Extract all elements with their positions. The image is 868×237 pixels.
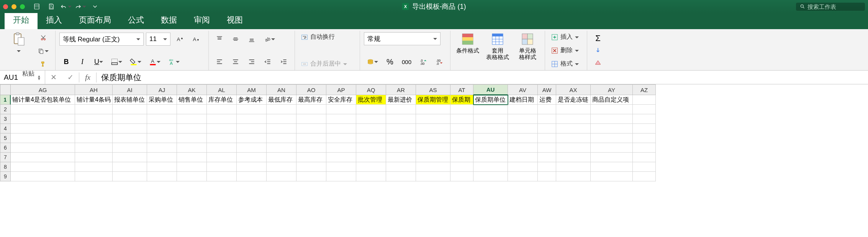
- format-cells-button[interactable]: 格式: [549, 59, 583, 69]
- cell-AR2[interactable]: [386, 105, 416, 114]
- cell-AR6[interactable]: [386, 143, 416, 153]
- align-left-button[interactable]: [213, 55, 226, 69]
- cell-AZ2[interactable]: [633, 105, 656, 114]
- cell-AW1[interactable]: 运费: [538, 95, 556, 105]
- cell-AJ1[interactable]: 采购单位: [147, 95, 177, 105]
- cell-AG1[interactable]: 辅计量4是否包装单位: [11, 95, 75, 105]
- cell-AV2[interactable]: [508, 105, 538, 114]
- name-box-stepper[interactable]: ▲▼: [37, 75, 41, 80]
- cell-AU1[interactable]: 保质期单位: [473, 95, 508, 105]
- cell-AG5[interactable]: [11, 133, 75, 143]
- align-middle-button[interactable]: [229, 32, 242, 46]
- align-right-button[interactable]: [245, 55, 259, 69]
- cell-AJ8[interactable]: [147, 162, 177, 172]
- sheet-search-input[interactable]: [807, 3, 861, 10]
- font-size-dropdown[interactable]: 11: [146, 33, 170, 46]
- cell-AS3[interactable]: [416, 114, 450, 124]
- cell-AX4[interactable]: [556, 124, 591, 133]
- cell-AT4[interactable]: [450, 124, 473, 133]
- cell-AX7[interactable]: [556, 153, 591, 162]
- cell-AX5[interactable]: [556, 133, 591, 143]
- cell-AL5[interactable]: [207, 133, 237, 143]
- cell-AS9[interactable]: [416, 172, 450, 181]
- select-all-corner[interactable]: [0, 84, 11, 95]
- cell-AZ5[interactable]: [633, 133, 656, 143]
- cell-styles-button[interactable]: 单元格 格样式: [514, 32, 541, 60]
- column-header-AK[interactable]: AK: [177, 84, 207, 95]
- increase-font-button[interactable]: A▲: [173, 32, 187, 46]
- column-header-AS[interactable]: AS: [416, 84, 450, 95]
- cell-AY3[interactable]: [591, 114, 633, 124]
- cell-AV7[interactable]: [508, 153, 538, 162]
- cell-AN3[interactable]: [267, 114, 296, 124]
- cell-AP5[interactable]: [326, 133, 356, 143]
- cell-AO1[interactable]: 最高库存: [296, 95, 326, 105]
- row-header-1[interactable]: 1: [0, 95, 11, 105]
- cell-AP3[interactable]: [326, 114, 356, 124]
- cell-AS4[interactable]: [416, 124, 450, 133]
- cell-AV1[interactable]: 建档日期: [508, 95, 538, 105]
- cell-AG3[interactable]: [11, 114, 75, 124]
- cell-AK9[interactable]: [177, 172, 207, 181]
- cell-AN5[interactable]: [267, 133, 296, 143]
- column-header-AQ[interactable]: AQ: [356, 84, 386, 95]
- cell-AT1[interactable]: 保质期: [450, 95, 473, 105]
- cell-AP2[interactable]: [326, 105, 356, 114]
- cell-AR4[interactable]: [386, 124, 416, 133]
- cell-AR7[interactable]: [386, 153, 416, 162]
- cell-AQ7[interactable]: [356, 153, 386, 162]
- decrease-decimal-button[interactable]: .00.0: [432, 55, 446, 69]
- cell-AJ9[interactable]: [147, 172, 177, 181]
- cell-AV9[interactable]: [508, 172, 538, 181]
- cell-AI9[interactable]: [113, 172, 147, 181]
- cell-AM6[interactable]: [237, 143, 267, 153]
- sheet-search[interactable]: [796, 3, 865, 11]
- cell-AT5[interactable]: [450, 133, 473, 143]
- orientation-button[interactable]: ab: [261, 32, 278, 46]
- cell-AR1[interactable]: 最新进价: [386, 95, 416, 105]
- number-format-dropdown[interactable]: 常规: [364, 32, 441, 45]
- cell-AH9[interactable]: [75, 172, 113, 181]
- tab-view[interactable]: 视图: [218, 12, 251, 29]
- conditional-format-button[interactable]: 条件格式: [454, 32, 481, 54]
- cell-AR8[interactable]: [386, 162, 416, 172]
- cell-AM2[interactable]: [237, 105, 267, 114]
- cell-AH5[interactable]: [75, 133, 113, 143]
- cell-AP7[interactable]: [326, 153, 356, 162]
- cell-AG7[interactable]: [11, 153, 75, 162]
- font-color-button[interactable]: A: [146, 55, 163, 69]
- qat-workbook-icon[interactable]: [30, 2, 43, 11]
- cell-AS1[interactable]: 保质期管理: [416, 95, 450, 105]
- cell-AJ4[interactable]: [147, 124, 177, 133]
- cell-AM3[interactable]: [237, 114, 267, 124]
- cell-AG9[interactable]: [11, 172, 75, 181]
- cell-AY6[interactable]: [591, 143, 633, 153]
- cell-AK3[interactable]: [177, 114, 207, 124]
- qat-customize-button[interactable]: [88, 2, 102, 11]
- cell-AH1[interactable]: 辅计量4条码: [75, 95, 113, 105]
- cell-AM9[interactable]: [237, 172, 267, 181]
- phonetic-button[interactable]: abcA: [165, 55, 182, 69]
- cell-AI3[interactable]: [113, 114, 147, 124]
- cell-AS7[interactable]: [416, 153, 450, 162]
- autosum-button[interactable]: Σ: [591, 32, 605, 44]
- cell-AN2[interactable]: [267, 105, 296, 114]
- cell-AZ1[interactable]: [633, 95, 656, 105]
- cell-AV5[interactable]: [508, 133, 538, 143]
- cell-AS5[interactable]: [416, 133, 450, 143]
- cell-AG4[interactable]: [11, 124, 75, 133]
- cell-AZ3[interactable]: [633, 114, 656, 124]
- cell-AX8[interactable]: [556, 162, 591, 172]
- cell-AJ2[interactable]: [147, 105, 177, 114]
- row-header-7[interactable]: 7: [0, 153, 11, 162]
- tab-home[interactable]: 开始: [5, 12, 38, 29]
- increase-indent-button[interactable]: [277, 55, 291, 69]
- column-header-AG[interactable]: AG: [11, 84, 75, 95]
- cell-AQ6[interactable]: [356, 143, 386, 153]
- clear-button[interactable]: [591, 56, 605, 69]
- column-header-AW[interactable]: AW: [538, 84, 556, 95]
- cell-AP6[interactable]: [326, 143, 356, 153]
- column-header-AV[interactable]: AV: [508, 84, 538, 95]
- fill-color-button[interactable]: [127, 55, 144, 69]
- cell-AV4[interactable]: [508, 124, 538, 133]
